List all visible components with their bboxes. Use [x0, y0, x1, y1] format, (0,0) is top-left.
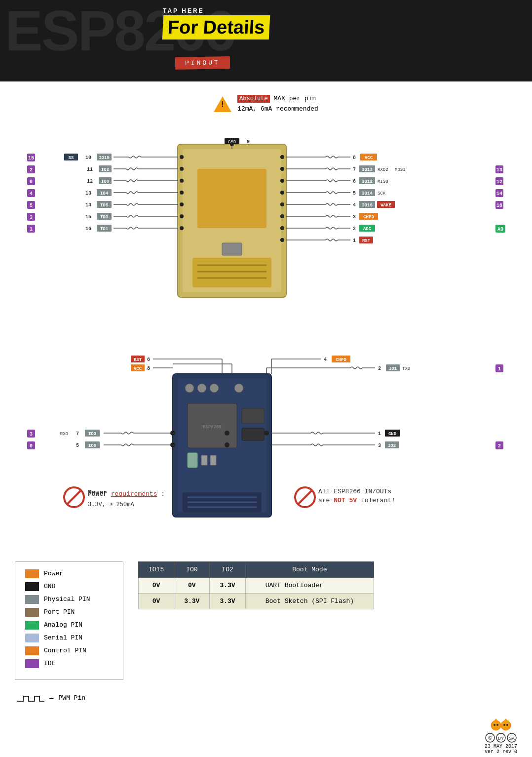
- svg-text:IO13: IO13: [362, 167, 373, 172]
- label-analog: Analog PIN: [44, 621, 82, 629]
- label-control: Control PIN: [44, 647, 86, 654]
- svg-text:A0: A0: [497, 227, 503, 232]
- legend-analog: Analog PIN: [25, 621, 113, 630]
- legend-physical: Physical PIN: [25, 595, 113, 604]
- svg-point-212: [225, 442, 229, 447]
- svg-text:GND: GND: [388, 432, 397, 437]
- svg-rect-154: [185, 384, 194, 393]
- svg-text:★: ★: [507, 718, 510, 722]
- svg-text:IO14: IO14: [362, 191, 373, 196]
- svg-point-150: [280, 238, 284, 242]
- color-ide: [25, 659, 39, 668]
- cc-sa-icon: SA: [507, 733, 517, 743]
- svg-point-249: [506, 724, 508, 726]
- svg-point-145: [280, 179, 284, 183]
- color-physical: [25, 595, 39, 604]
- boot-mode-table: IO15 IO0 IO2 Boot Mode 0V 0V 3.3V UART B…: [138, 561, 374, 609]
- svg-text:1: 1: [378, 431, 381, 437]
- boot-row-1: 0V 0V 3.3V UART Bootloader: [139, 577, 374, 593]
- svg-text:CHPD: CHPD: [336, 358, 346, 362]
- color-analog: [25, 621, 39, 630]
- svg-text:MISO: MISO: [378, 179, 388, 184]
- svg-point-140: [180, 202, 184, 206]
- svg-text:7: 7: [353, 167, 356, 172]
- cc-by-icon: BY: [496, 733, 506, 743]
- svg-text:IO16: IO16: [362, 203, 373, 208]
- svg-text:IO3: IO3: [88, 432, 96, 437]
- svg-text:4: 4: [324, 357, 327, 362]
- svg-rect-163: [201, 455, 207, 465]
- tap-here-label: TAP HERE: [163, 7, 269, 14]
- svg-text:2: 2: [378, 366, 381, 371]
- svg-text:5: 5: [353, 191, 356, 196]
- warning-section: ! Absolute MAX per pin 12mA, 6mA recomme…: [0, 94, 532, 115]
- svg-text:All ESP8266 IN/OUTs: All ESP8266 IN/OUTs: [318, 488, 391, 495]
- svg-text:1: 1: [353, 238, 356, 243]
- svg-text:3: 3: [353, 214, 356, 220]
- svg-point-149: [280, 226, 284, 230]
- svg-text:7: 7: [76, 431, 79, 437]
- svg-point-146: [280, 191, 284, 195]
- svg-rect-155: [197, 384, 206, 393]
- legend-control: Control PIN: [25, 646, 113, 655]
- svg-text:IO2: IO2: [101, 167, 109, 172]
- svg-text:RST: RST: [134, 358, 142, 362]
- svg-text:3: 3: [378, 443, 381, 448]
- legend-gnd: GND: [25, 582, 113, 591]
- svg-text:IO2: IO2: [388, 443, 396, 448]
- color-gnd: [25, 582, 39, 591]
- svg-text:1: 1: [498, 366, 501, 372]
- header-overlay[interactable]: TAP HERE For Details: [163, 7, 269, 40]
- absolute-badge: Absolute: [237, 95, 270, 103]
- color-port: [25, 608, 39, 617]
- svg-text:CHPD: CHPD: [363, 215, 374, 220]
- svg-text:ESP8266: ESP8266: [203, 425, 222, 430]
- svg-line-233: [67, 490, 81, 504]
- svg-text:1: 1: [30, 227, 33, 232]
- svg-text:6: 6: [353, 179, 356, 184]
- color-serial: [25, 634, 39, 642]
- svg-point-136: [180, 155, 184, 159]
- svg-point-143: [280, 155, 284, 159]
- pinout-badge: PINOUT: [175, 56, 230, 70]
- svg-text:TXD: TXD: [73, 227, 81, 232]
- svg-point-151: [230, 142, 234, 146]
- svg-point-201: [264, 431, 269, 436]
- svg-point-246: [494, 724, 495, 726]
- svg-rect-160: [242, 408, 264, 423]
- svg-text:0: 0: [30, 443, 33, 449]
- svg-point-144: [280, 167, 284, 171]
- svg-text:5: 5: [30, 203, 33, 208]
- header: ESP8266 TAP HERE For Details PINOUT: [0, 0, 532, 81]
- footer-version: ver 2 rev 0: [485, 749, 517, 755]
- col-io15: IO15: [139, 561, 174, 577]
- cc-logo: ★: [489, 717, 513, 731]
- legend-serial: Serial PIN: [25, 634, 113, 642]
- svg-text:0: 0: [30, 179, 33, 185]
- col-io0: IO0: [174, 561, 210, 577]
- svg-text:RXD: RXD: [73, 215, 81, 220]
- svg-text:3.3V, ≥ 250mA: 3.3V, ≥ 250mA: [88, 501, 134, 508]
- svg-text:IO3: IO3: [100, 215, 108, 220]
- svg-rect-156: [210, 384, 219, 393]
- boot-table-container: IO15 IO0 IO2 Boot Mode 0V 0V 3.3V UART B…: [138, 561, 517, 609]
- svg-text:SS: SS: [69, 156, 74, 160]
- label-port: Port PIN: [44, 608, 75, 616]
- svg-text:14: 14: [85, 202, 91, 208]
- svg-text:15: 15: [28, 156, 34, 161]
- svg-text:13: 13: [496, 167, 502, 173]
- svg-text:RXD: RXD: [60, 432, 68, 437]
- col-io2: IO2: [210, 561, 245, 577]
- svg-text:4: 4: [353, 202, 356, 208]
- svg-text:12: 12: [87, 179, 93, 184]
- svg-rect-7: [222, 243, 242, 255]
- svg-text:2: 2: [30, 167, 33, 173]
- svg-point-148: [280, 214, 284, 218]
- svg-text:MOSI: MOSI: [395, 167, 406, 172]
- svg-text:IO0: IO0: [101, 179, 109, 184]
- svg-line-239: [298, 490, 312, 504]
- svg-text:IO1: IO1: [389, 366, 397, 371]
- svg-text:IO5: IO5: [100, 203, 108, 208]
- svg-text:13: 13: [85, 191, 91, 196]
- svg-text:14: 14: [496, 191, 502, 197]
